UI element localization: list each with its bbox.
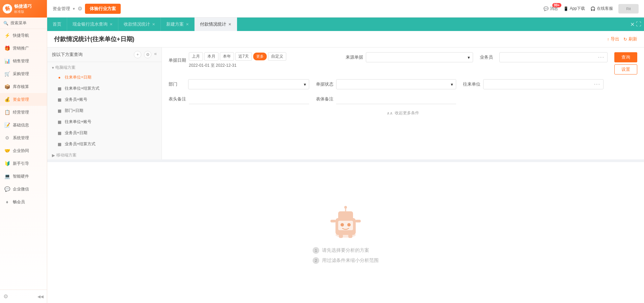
scheme-title: 按以下方案查询 — [52, 52, 83, 58]
topbar-arrow: ▾ — [73, 6, 75, 11]
date-btn-自定义[interactable]: 自定义 — [268, 52, 286, 61]
sidebar-item-快捷导航[interactable]: ⚡快捷导航 — [0, 29, 47, 42]
body-note-input[interactable] — [336, 94, 457, 104]
date-field: 单据日期 上月本月本年近7天更多自定义 2022-01-01 至 2022-12… — [169, 52, 339, 68]
sidebar-version: 标准版 — [14, 9, 32, 14]
scheme-item-4[interactable]: ▦往来单位+账号 — [47, 116, 162, 127]
partner-select[interactable]: ··· — [483, 79, 604, 89]
sidebar-icon: 🛒 — [4, 71, 10, 77]
topbar-title: 资金管理 — [53, 6, 70, 12]
settings-icon[interactable]: ⚙ — [3, 293, 8, 300]
sidebar-icon: 💰 — [4, 96, 10, 102]
sidebar-item-库存核算[interactable]: 📦库存核算 — [0, 80, 47, 93]
sidebar-item-企业协同[interactable]: 🤝企业协同 — [0, 144, 47, 157]
scheme-list: ●往来单位+日期▦往来单位+结算方式▦业务员+账号▦部门+日期▦往来单位+账号▦… — [47, 72, 162, 150]
tab-label: 付款情况统计 — [200, 21, 226, 27]
user-avatar[interactable]: Rit — [618, 4, 639, 13]
scheme-item-6[interactable]: ▦业务员+结算方式 — [47, 139, 162, 150]
sidebar-icon: 🔰 — [4, 160, 10, 166]
sidebar-item-基础信息[interactable]: 📝基础信息 — [0, 119, 47, 131]
query-button[interactable]: 查询 — [614, 52, 637, 62]
scheme-icon: ▦ — [57, 142, 62, 147]
svg-rect-2 — [338, 221, 353, 230]
date-btn-更多[interactable]: 更多 — [253, 53, 267, 60]
robot-illustration — [325, 201, 366, 242]
empty-tip-2: 2 用过滤条件来缩小分析范围 — [313, 257, 379, 264]
empty-state: 1 请先选择要分析的方案 2 用过滤条件来缩小分析范围 — [47, 162, 644, 303]
sidebar-icon: 📝 — [4, 122, 10, 128]
body-note-label: 表体备注 — [316, 96, 333, 102]
source-field: 来源单据 ▾ — [346, 52, 473, 62]
trial-button[interactable]: 体验行业方案 — [85, 4, 121, 14]
page-header: 付款情况统计(往来单位+日期) ↑ 导出 ↻ 刷新 — [47, 31, 644, 48]
sidebar-item-销售管理[interactable]: 📊销售管理 — [0, 55, 47, 67]
header-note-input[interactable] — [189, 94, 309, 104]
date-btn-上月[interactable]: 上月 — [189, 52, 203, 61]
search-icon: 🔍 — [3, 21, 8, 26]
scheme-item-2[interactable]: ▦业务员+账号 — [47, 94, 162, 105]
partner-field: 往来单位 ··· — [463, 79, 604, 89]
tab-label: 首页 — [53, 21, 61, 27]
tab-新建方案[interactable]: 新建方案✕ — [161, 18, 195, 31]
doc-status-select[interactable]: ▾ — [336, 79, 457, 89]
sidebar-item-畅会员[interactable]: ♦畅会员 — [0, 195, 47, 208]
tab-收款情况统计[interactable]: 收款情况统计✕ — [118, 18, 161, 31]
date-btn-近7天[interactable]: 近7天 — [235, 52, 252, 61]
column-settings-button[interactable]: 设置 — [614, 64, 637, 74]
sidebar-item-新手引导[interactable]: 🔰新手引导 — [0, 157, 47, 170]
scheme-label: 业务员+结算方式 — [65, 141, 95, 147]
content-area: 付款情况统计(往来单位+日期) ↑ 导出 ↻ 刷新 按 — [47, 31, 644, 303]
date-range: 2022-01-01 至 2022-12-31 — [189, 63, 286, 68]
scheme-label: 业务员+账号 — [65, 97, 87, 102]
collapse-icon[interactable]: ◀◀ — [37, 294, 43, 299]
expand-icon[interactable]: ⛶ — [636, 21, 641, 27]
main-content: 资金管理 ▾ ⚙ 体验行业方案 💬 消息 99+ 📱 App下载 🎧 在线客服 — [47, 0, 644, 303]
logo-icon: 畅 — [3, 4, 12, 13]
tab-close-icon[interactable]: ✕ — [228, 22, 231, 27]
tab-close-icon[interactable]: ✕ — [110, 22, 113, 27]
topbar-settings-icon[interactable]: ⚙ — [78, 5, 82, 12]
sidebar-item-营销推广[interactable]: 🎁营销推广 — [0, 42, 47, 55]
online-service-button[interactable]: 🎧 在线客服 — [590, 6, 613, 11]
app-download-button[interactable]: 📱 App下载 — [563, 6, 585, 11]
dept-select[interactable]: ▾ — [188, 79, 309, 89]
search-menu[interactable]: 🔍 搜索菜单 — [0, 18, 47, 29]
source-select[interactable]: ▾ — [366, 52, 473, 62]
tab-首页[interactable]: 首页 — [47, 18, 67, 31]
sidebar-item-资金管理[interactable]: 💰资金管理 — [0, 93, 47, 106]
sidebar-item-系统管理[interactable]: ⚙系统管理 — [0, 131, 47, 144]
scheme-icon: ▦ — [57, 97, 62, 102]
salesperson-more-icon[interactable]: ··· — [598, 54, 605, 60]
tab-close-icon[interactable]: ✕ — [186, 22, 189, 27]
chevron-right-icon: ▶ — [52, 153, 55, 158]
partner-more-icon[interactable]: ··· — [594, 81, 601, 87]
sidebar-item-企业微信[interactable]: 💬企业微信 — [0, 183, 47, 195]
filter-row-3: 表头备注 表体备注 — [169, 94, 637, 104]
tab-现金银行流水查询[interactable]: 现金银行流水查询✕ — [67, 18, 118, 31]
desktop-schemes-category[interactable]: ▾ 电脑端方案 — [47, 62, 162, 72]
mobile-schemes-category[interactable]: ▶ 移动端方案 — [47, 150, 162, 159]
scheme-panel: 按以下方案查询 + ⚙ « ▾ 电脑端方案 ●往来单位+日期▦往来单位+结算方式… — [47, 48, 162, 159]
scheme-item-3[interactable]: ▦部门+日期 — [47, 105, 162, 116]
sidebar-item-智能硬件[interactable]: 💻智能硬件 — [0, 170, 47, 183]
export-button[interactable]: ↑ 导出 — [607, 36, 620, 42]
collapse-scheme-button[interactable]: « — [154, 51, 157, 58]
close-all-icon[interactable]: ✕ — [630, 21, 635, 28]
collapse-button[interactable]: ∧∧ 收起更多条件 — [387, 110, 419, 116]
message-button[interactable]: 💬 消息 99+ — [544, 6, 558, 11]
tab-付款情况统计[interactable]: 付款情况统计✕ — [195, 18, 237, 31]
refresh-button[interactable]: ↻ 刷新 — [623, 36, 637, 42]
sidebar-item-采购管理[interactable]: 🛒采购管理 — [0, 67, 47, 80]
scheme-item-0[interactable]: ●往来单位+日期 — [47, 72, 162, 83]
empty-tips: 1 请先选择要分析的方案 2 用过滤条件来缩小分析范围 — [313, 247, 379, 264]
scheme-item-5[interactable]: ▦业务员+日期 — [47, 127, 162, 139]
date-btn-本年[interactable]: 本年 — [220, 52, 234, 61]
add-scheme-button[interactable]: + — [134, 51, 141, 58]
date-btn-本月[interactable]: 本月 — [204, 52, 218, 61]
sidebar-icon: ♦ — [4, 199, 10, 205]
sidebar-item-经营管理[interactable]: 📋经营管理 — [0, 106, 47, 119]
scheme-item-1[interactable]: ▦往来单位+结算方式 — [47, 83, 162, 94]
tab-close-icon[interactable]: ✕ — [152, 22, 155, 27]
settings-scheme-button[interactable]: ⚙ — [144, 51, 151, 58]
salesperson-select[interactable]: ··· — [499, 52, 608, 62]
